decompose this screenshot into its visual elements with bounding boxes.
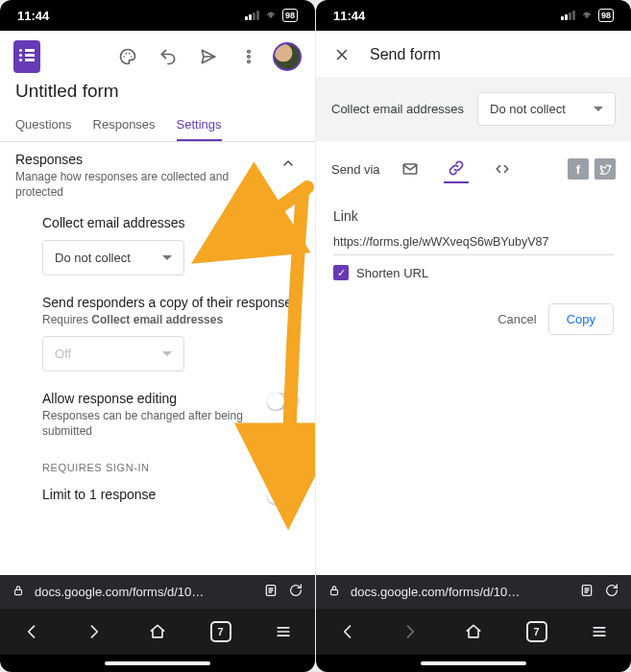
sendvia-link-icon[interactable] [444, 155, 469, 183]
close-icon[interactable] [331, 44, 352, 65]
nav-home-icon[interactable] [456, 614, 491, 649]
home-indicator [316, 655, 631, 672]
checkbox-checked-icon: ✓ [333, 265, 349, 280]
sendvia-label: Send via [331, 162, 380, 177]
collect-select[interactable]: Do not collect [42, 240, 184, 276]
address-text[interactable]: docs.google.com/forms/d/10… [35, 585, 254, 599]
reader-icon[interactable] [263, 583, 279, 601]
collect-select[interactable]: Do not collect [477, 92, 616, 126]
reader-icon[interactable] [579, 583, 595, 601]
tabs: Questions Responses Settings [0, 109, 315, 142]
nav-tabs-icon[interactable]: 7 [520, 614, 554, 649]
signal-icon [561, 11, 575, 20]
home-indicator [0, 655, 315, 672]
svg-point-3 [129, 53, 131, 55]
nav-back-icon[interactable] [330, 614, 365, 649]
sendform-title: Send form [370, 46, 441, 63]
svg-rect-12 [331, 589, 338, 594]
reload-icon[interactable] [604, 583, 619, 601]
chevron-up-icon[interactable] [277, 152, 300, 175]
nav-menu-icon[interactable] [582, 614, 617, 649]
svg-point-0 [271, 18, 272, 19]
reload-icon[interactable] [288, 583, 303, 601]
phone-right: 11:44 98 Send form Collect email address… [316, 0, 631, 672]
form-title[interactable]: Untitled form [0, 79, 315, 109]
caret-down-icon [162, 351, 172, 356]
undo-icon[interactable] [152, 40, 184, 73]
edit-sub: Responses can be changed after being sub… [42, 408, 259, 439]
battery-icon: 98 [598, 9, 614, 22]
app-toolbar [0, 31, 315, 79]
edit-toggle[interactable] [267, 393, 300, 410]
lock-icon [328, 584, 341, 600]
twitter-icon[interactable] [595, 158, 616, 180]
limit-toggle[interactable] [267, 487, 300, 504]
collect-label: Collect email addresses [331, 102, 464, 116]
svg-point-4 [131, 56, 133, 58]
address-text[interactable]: docs.google.com/forms/d/10… [351, 585, 570, 599]
sendvia-email-icon[interactable] [398, 155, 423, 183]
shorten-checkbox[interactable]: ✓ Shorten URL [333, 265, 614, 280]
tab-settings[interactable]: Settings [177, 109, 222, 141]
sendcopy-label: Send responders a copy of their response [42, 295, 300, 310]
wifi-icon [580, 11, 594, 20]
status-bar: 11:44 98 [316, 0, 631, 31]
nav-forward-icon[interactable] [77, 614, 111, 649]
wifi-icon [264, 11, 278, 20]
tab-responses[interactable]: Responses [93, 109, 156, 141]
copy-button[interactable]: Copy [548, 303, 614, 335]
more-icon[interactable] [232, 40, 265, 73]
svg-point-2 [126, 53, 128, 55]
battery-icon: 98 [282, 9, 298, 22]
tab-questions[interactable]: Questions [15, 109, 72, 141]
send-icon[interactable] [192, 40, 225, 73]
status-time: 11:44 [333, 9, 365, 23]
link-heading: Link [333, 208, 614, 224]
palette-icon[interactable] [111, 40, 144, 73]
nav-tabs-icon[interactable]: 7 [204, 614, 238, 649]
requires-heading: REQUIRES SIGN-IN [0, 444, 315, 477]
caret-down-icon [594, 107, 603, 111]
settings-panel: Responses Manage how responses are colle… [0, 142, 315, 575]
avatar[interactable] [273, 42, 302, 71]
section-title: Responses [15, 152, 277, 167]
limit-label: Limit to 1 response [42, 487, 267, 502]
svg-point-7 [248, 60, 251, 63]
svg-point-5 [248, 50, 251, 53]
lock-icon [12, 584, 25, 600]
browser-chrome: docs.google.com/forms/d/10… 7 [0, 575, 315, 672]
status-bar: 11:44 98 [0, 0, 315, 31]
status-time: 11:44 [17, 9, 49, 23]
caret-down-icon [162, 255, 172, 260]
svg-point-6 [248, 56, 251, 59]
nav-forward-icon [393, 614, 427, 649]
phone-left: 11:44 98 Untitled form Questions Respons… [0, 0, 315, 672]
svg-rect-8 [15, 589, 22, 594]
nav-back-icon[interactable] [14, 614, 49, 649]
nav-menu-icon[interactable] [266, 614, 301, 649]
forms-logo-icon [13, 40, 40, 73]
browser-chrome: docs.google.com/forms/d/10… 7 [316, 575, 631, 672]
section-subtitle: Manage how responses are collected and p… [15, 169, 277, 200]
sendvia-embed-icon[interactable] [490, 155, 515, 183]
facebook-icon[interactable]: f [568, 158, 589, 180]
edit-label: Allow response editing [42, 391, 259, 406]
nav-home-icon[interactable] [140, 614, 175, 649]
cancel-button[interactable]: Cancel [498, 312, 536, 326]
svg-point-10 [587, 18, 588, 19]
sendcopy-sub: Requires Collect email addresses [42, 312, 300, 327]
signal-icon [245, 11, 259, 20]
sendcopy-select[interactable]: Off [42, 336, 184, 372]
svg-point-1 [123, 56, 125, 58]
link-url[interactable]: https://forms.gle/wWXveqS6wBYubyV87 [333, 235, 614, 255]
collect-label: Collect email addresses [42, 215, 300, 230]
